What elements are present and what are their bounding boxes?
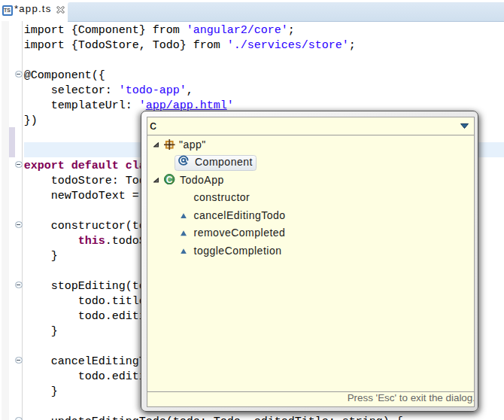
svg-text:C: C (166, 174, 173, 184)
